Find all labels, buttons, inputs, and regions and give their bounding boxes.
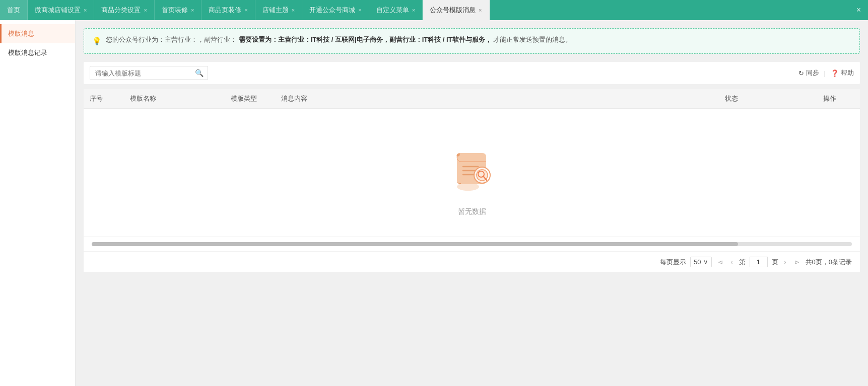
tab-store-settings[interactable]: 微商城店铺设置 × (28, 0, 94, 20)
tab-category-settings[interactable]: 商品分类设置 × (94, 0, 154, 20)
fake-scrollbar-inner (92, 242, 738, 246)
tab-homepage-decoration-label: 首页装修 (162, 6, 188, 15)
content-area: 💡 您的公众号行业为：主营行业：，副营行业： 需要设置为：主营行业：IT科技 /… (76, 20, 868, 386)
sidebar-item-template-message-log[interactable]: 模版消息记录 (0, 43, 75, 62)
help-icon: ❓ (831, 69, 839, 77)
tab-category-settings-close[interactable]: × (144, 8, 147, 13)
page-next-button[interactable]: › (782, 258, 788, 267)
top-nav: 首页 微商城店铺设置 × 商品分类设置 × 首页装修 × 商品页装修 × 店铺主… (0, 0, 868, 20)
tab-product-decoration-close[interactable]: × (244, 8, 247, 13)
main-layout: 模版消息 模版消息记录 💡 您的公众号行业为：主营行业：，副营行业： 需要设置为… (0, 20, 868, 386)
page-size-select[interactable]: 50 ∨ (690, 257, 711, 267)
help-button[interactable]: ❓ 帮助 (831, 68, 854, 78)
sync-button[interactable]: ↻ 同步 (798, 68, 819, 78)
sync-icon: ↻ (798, 69, 804, 77)
tab-template-message-label: 公众号模版消息 (430, 6, 476, 15)
tab-home-label: 首页 (7, 6, 20, 15)
tab-open-mall-label: 开通公众号商城 (309, 6, 355, 15)
tab-store-theme-label: 店铺主题 (262, 6, 289, 15)
tab-template-message-close[interactable]: × (479, 8, 482, 13)
toolbar: 🔍 ↻ 同步 | ❓ 帮助 (84, 62, 860, 84)
tab-custom-menu-close[interactable]: × (412, 8, 415, 13)
fake-scrollbar[interactable] (92, 242, 852, 246)
th-seq: 序号 (84, 89, 124, 108)
tab-store-settings-close[interactable]: × (84, 8, 87, 13)
chevron-down-icon: ∨ (703, 258, 708, 266)
tab-custom-menu-label: 自定义菜单 (376, 6, 409, 15)
notice-highlight: 需要设置为：主营行业：IT科技 / 互联网|电子商务，副营行业：IT科技 / I… (239, 36, 492, 43)
pagination: 每页显示 50 ∨ ⊲ ‹ 第 页 › ⊳ 共0页，0条记录 (84, 251, 860, 272)
table-header: 序号 模版名称 模版类型 消息内容 状态 操作 (84, 89, 860, 109)
tab-category-settings-label: 商品分类设置 (101, 6, 141, 15)
total-info: 共0页，0条记录 (806, 258, 852, 267)
th-content: 消息内容 (275, 89, 719, 108)
sidebar-item-template-message[interactable]: 模版消息 (0, 24, 75, 43)
scrollbar-area (84, 237, 860, 251)
page-input[interactable] (750, 257, 768, 267)
search-input[interactable] (90, 67, 191, 80)
notice-prefix: 您的公众号行业为：主营行业：，副营行业： (106, 36, 237, 43)
empty-state: 暂无数据 (84, 109, 860, 237)
toolbar-right: ↻ 同步 | ❓ 帮助 (798, 68, 854, 78)
notice-icon: 💡 (92, 35, 102, 47)
empty-state-icon (442, 139, 502, 199)
tab-store-theme-close[interactable]: × (292, 8, 295, 13)
close-all-button[interactable]: × (849, 6, 868, 15)
notice-text: 您的公众号行业为：主营行业：，副营行业： 需要设置为：主营行业：IT科技 / 互… (106, 35, 572, 45)
tab-custom-menu[interactable]: 自定义菜单 × (369, 0, 423, 20)
th-action: 操作 (799, 89, 860, 108)
sidebar: 模版消息 模版消息记录 (0, 20, 76, 386)
page-first-button[interactable]: ⊲ (716, 258, 725, 267)
search-button[interactable]: 🔍 (191, 66, 208, 80)
tab-homepage-decoration-close[interactable]: × (191, 8, 194, 13)
sync-label: 同步 (806, 68, 819, 78)
tab-store-settings-label: 微商城店铺设置 (35, 6, 81, 15)
sidebar-item-template-message-log-label: 模版消息记录 (8, 49, 47, 56)
notice-box: 💡 您的公众号行业为：主营行业：，副营行业： 需要设置为：主营行业：IT科技 /… (84, 28, 860, 54)
empty-text: 暂无数据 (458, 207, 486, 216)
page-size-value: 50 (694, 258, 701, 266)
help-label: 帮助 (841, 68, 854, 78)
tab-product-decoration[interactable]: 商品页装修 × (202, 0, 255, 20)
th-type: 模版类型 (225, 89, 275, 108)
search-icon: 🔍 (195, 69, 204, 77)
search-box: 🔍 (90, 66, 208, 80)
th-name: 模版名称 (124, 89, 225, 108)
tab-homepage-decoration[interactable]: 首页装修 × (155, 0, 202, 20)
tab-template-message[interactable]: 公众号模版消息 × (423, 0, 489, 20)
th-status: 状态 (719, 89, 799, 108)
page-prev-button[interactable]: ‹ (729, 258, 735, 267)
page-label-text: 第 (739, 258, 746, 267)
page-size-label: 每页显示 (660, 258, 686, 267)
notice-suffix: 才能正常发送预置的消息。 (493, 36, 572, 43)
tab-home[interactable]: 首页 (0, 0, 28, 20)
tab-open-mall-close[interactable]: × (358, 8, 361, 13)
sidebar-item-template-message-label: 模版消息 (8, 30, 34, 37)
table-wrap: 序号 模版名称 模版类型 消息内容 状态 操作 (84, 89, 860, 272)
tab-store-theme[interactable]: 店铺主题 × (255, 0, 302, 20)
tab-open-mall[interactable]: 开通公众号商城 × (302, 0, 369, 20)
page-last-button[interactable]: ⊳ (792, 258, 802, 267)
tab-product-decoration-label: 商品页装修 (209, 6, 241, 15)
toolbar-divider: | (824, 69, 826, 77)
page-unit: 页 (772, 258, 778, 267)
